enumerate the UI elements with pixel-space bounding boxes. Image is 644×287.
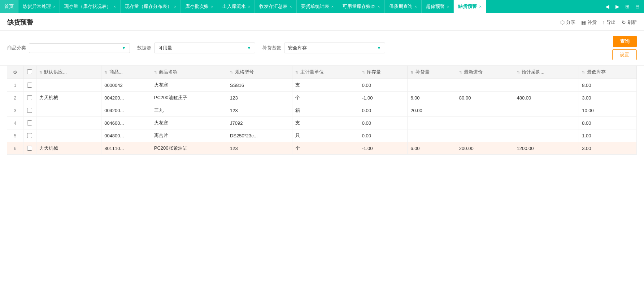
close-tab-10[interactable]: ×: [447, 4, 449, 9]
row-unit-1: 支: [292, 79, 359, 92]
share-button[interactable]: ⬡ 分享: [560, 19, 575, 26]
table-header-row: ⚙ ⇅ 默认供应... ⇅ 商品... ⇅ 商品名称: [7, 66, 637, 79]
row-number-5: 5: [7, 129, 23, 142]
replenish-base-select[interactable]: 安全库存 ▼: [284, 43, 385, 53]
close-tab-6[interactable]: ×: [290, 4, 292, 9]
nav-tab-6[interactable]: 收发存汇总表 ×: [255, 0, 296, 13]
row-number-4: 4: [7, 117, 23, 129]
query-button[interactable]: 查询: [613, 36, 637, 47]
refresh-icon: ↻: [622, 19, 626, 25]
gear-icon: ⚙: [13, 70, 17, 75]
row-replenish-3: 20.00: [408, 104, 456, 117]
row-select-checkbox-6[interactable]: [27, 146, 32, 151]
close-tab-3[interactable]: ×: [174, 4, 176, 9]
close-tab-4[interactable]: ×: [211, 4, 213, 9]
row-goods-code-4: 004600...: [101, 117, 151, 129]
row-number-1: 1: [7, 79, 23, 92]
export-button[interactable]: ↑ 导出: [602, 19, 616, 26]
nav-tab-5[interactable]: 出入库流水 ×: [218, 0, 255, 13]
category-label: 商品分类: [7, 45, 26, 51]
row-goods-name-4: 火花塞: [151, 117, 227, 129]
nav-prev-button[interactable]: ◀: [602, 1, 612, 12]
close-tab-2[interactable]: ×: [113, 4, 116, 9]
row-checkbox-2[interactable]: [23, 92, 36, 104]
replenish-base-dropdown-arrow: ▼: [377, 45, 381, 50]
row-checkbox-5[interactable]: [23, 129, 36, 142]
filter-area: 商品分类 ▼ 数据源 可用量 ▼ 补货基数 安全库存 ▼ 查询 设置: [0, 31, 644, 66]
row-goods-name-2: PC200油缸庄子: [151, 92, 227, 104]
nav-tab-3[interactable]: 现存量（库存分布表） ×: [121, 0, 181, 13]
data-table: ⚙ ⇅ 默认供应... ⇅ 商品... ⇅ 商品名称: [7, 66, 637, 155]
row-number-2: 2: [7, 92, 23, 104]
row-checkbox-4[interactable]: [23, 117, 36, 129]
row-unit-6: 个: [292, 142, 359, 155]
min-stock-column-header: ⇅ 最低库存: [579, 66, 637, 79]
nav-tab-1[interactable]: 炼货异常处理 ×: [18, 0, 60, 13]
row-checkbox-6[interactable]: [23, 142, 36, 155]
nav-tab-7[interactable]: 要货单统计表 ×: [297, 0, 338, 13]
row-select-checkbox-4[interactable]: [27, 120, 32, 125]
page-title: 缺货预警: [7, 18, 33, 27]
close-tab-1[interactable]: ×: [53, 4, 55, 9]
nav-tab-2[interactable]: 现存量（库存状况表） ×: [60, 0, 120, 13]
row-stock-2: -1.00: [359, 92, 408, 104]
replenish-base-filter-group: 补货基数 安全库存 ▼: [262, 43, 385, 53]
spec-column-header: ⇅ 规格型号: [227, 66, 292, 79]
nav-tab-11[interactable]: 缺货预警 ×: [454, 0, 486, 13]
nav-maximize-button[interactable]: ⊟: [632, 1, 643, 12]
close-tab-8[interactable]: ×: [378, 4, 380, 9]
row-spec-5: DS250*23c...: [227, 129, 292, 142]
row-select-checkbox-2[interactable]: [27, 95, 32, 100]
checkbox-column-header[interactable]: [23, 66, 36, 79]
row-stock-3: 0.00: [359, 104, 408, 117]
sort-icon: ⇅: [362, 70, 365, 74]
export-icon: ↑: [602, 19, 605, 25]
nav-tab-9[interactable]: 保质期查询 ×: [385, 0, 422, 13]
select-all-checkbox[interactable]: [27, 69, 32, 74]
filter-actions: 查询 设置: [612, 36, 637, 60]
close-tab-11[interactable]: ×: [479, 4, 481, 9]
sort-icon: ⇅: [154, 70, 157, 74]
settings-column-header[interactable]: ⚙: [7, 66, 23, 79]
close-tab-7[interactable]: ×: [331, 4, 334, 9]
close-tab-9[interactable]: ×: [415, 4, 417, 9]
nav-next-button[interactable]: ▶: [612, 1, 622, 12]
settings-button[interactable]: 设置: [612, 49, 637, 60]
table-area: ⚙ ⇅ 默认供应... ⇅ 商品... ⇅ 商品名称: [0, 66, 644, 155]
sort-icon: ⇅: [295, 70, 298, 74]
nav-tab-8[interactable]: 可用量库存账本 ×: [338, 0, 384, 13]
row-select-checkbox-3[interactable]: [27, 108, 32, 113]
nav-tab-home[interactable]: 首页: [0, 0, 18, 13]
row-supplier-6: 力天机械: [36, 142, 101, 155]
row-checkbox-1[interactable]: [23, 79, 36, 92]
table-body: 1 0000042 火花塞 SS816 支 0.00 8.00 2: [7, 79, 637, 155]
row-select-checkbox-5[interactable]: [27, 133, 32, 138]
row-latest-price-5: [456, 129, 514, 142]
row-replenish-6: 6.00: [408, 142, 456, 155]
nav-tab-4[interactable]: 库存批次账 ×: [181, 0, 218, 13]
datasource-value: 可用量: [158, 45, 172, 51]
row-unit-4: 支: [292, 117, 359, 129]
unit-column-header: ⇅ 主计量单位: [292, 66, 359, 79]
sort-icon: ⇅: [459, 70, 462, 74]
row-select-checkbox-1[interactable]: [27, 83, 32, 88]
table-row: 1 0000042 火花塞 SS816 支 0.00 8.00: [7, 79, 637, 92]
row-supplier-3: [36, 104, 101, 117]
nav-minimize-button[interactable]: ⊞: [622, 1, 632, 12]
datasource-select[interactable]: 可用量 ▼: [154, 43, 255, 53]
refresh-button[interactable]: ↻ 刷新: [622, 19, 637, 26]
category-filter-group: 商品分类 ▼: [7, 43, 130, 53]
row-checkbox-3[interactable]: [23, 104, 36, 117]
sort-icon: ⇅: [410, 70, 413, 74]
row-supplier-2: 力天机械: [36, 92, 101, 104]
row-min-stock-1: 8.00: [579, 79, 637, 92]
row-spec-3: 123: [227, 104, 292, 117]
replenish-icon: ▦: [581, 19, 586, 25]
top-navigation: 首页 炼货异常处理 × 现存量（库存状况表） × 现存量（库存分布表） × 库存…: [0, 0, 644, 13]
category-select[interactable]: ▼: [29, 43, 130, 53]
row-stock-6: -1.00: [359, 142, 408, 155]
close-tab-5[interactable]: ×: [248, 4, 250, 9]
row-min-stock-6: 3.00: [579, 142, 637, 155]
nav-tab-10[interactable]: 超储预警 ×: [422, 0, 454, 13]
replenish-button[interactable]: ▦ 补货: [581, 19, 597, 26]
